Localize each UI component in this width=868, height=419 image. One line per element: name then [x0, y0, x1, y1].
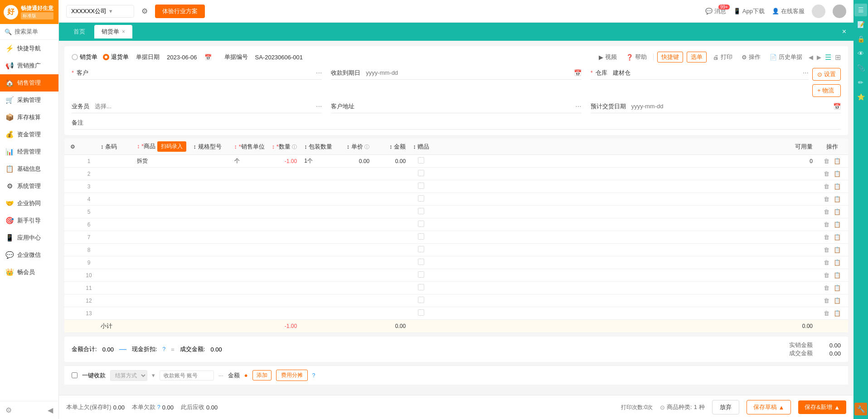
row-delete-icon[interactable]: 🗑 — [824, 310, 829, 317]
row-copy-icon[interactable]: 📋 — [834, 310, 841, 317]
row-price-cell[interactable] — [337, 294, 373, 307]
row-amount-cell[interactable] — [373, 206, 409, 218]
minus-icon[interactable]: — — [119, 345, 126, 353]
row-price-cell[interactable] — [337, 180, 373, 193]
row-copy-icon[interactable]: 📋 — [834, 221, 841, 228]
row-qty-cell[interactable] — [268, 218, 301, 231]
right-sidebar-attach-btn[interactable]: 📎 — [854, 62, 867, 74]
row-remark-cell[interactable] — [433, 206, 789, 218]
row-price-cell[interactable] — [337, 168, 373, 180]
row-delete-icon[interactable]: 🗑 — [824, 221, 829, 228]
row-remark-cell[interactable] — [433, 218, 789, 231]
form-settings-button[interactable]: ⊙ ⊙ 设置 设置 — [812, 68, 841, 81]
row-copy-icon[interactable]: 📋 — [834, 297, 841, 304]
sidebar-item-sales[interactable]: 🏠 销售管理 — [0, 74, 58, 92]
row-gift-cell[interactable] — [409, 155, 433, 168]
row-delete-icon[interactable]: 🗑 — [824, 246, 829, 253]
save-draft-button[interactable]: 保存草稿 ▲ — [747, 400, 791, 414]
row-barcode-cell[interactable] — [97, 256, 133, 269]
row-delete-icon[interactable]: 🗑 — [824, 196, 829, 202]
sidebar-item-wechat[interactable]: 💬 企业微信 — [0, 246, 58, 264]
gift-checkbox[interactable] — [418, 221, 424, 227]
row-qty-cell[interactable] — [268, 307, 301, 320]
col-unit-header[interactable]: ↕ *销售单位 — [231, 139, 268, 155]
row-barcode-cell[interactable] — [97, 168, 133, 180]
row-delete-icon[interactable]: 🗑 — [824, 297, 829, 304]
trial-button[interactable]: 体验行业方案 — [155, 5, 205, 18]
row-product-cell[interactable] — [133, 206, 190, 218]
row-amount-cell[interactable] — [373, 294, 409, 307]
row-qty-cell[interactable] — [268, 244, 301, 256]
row-gift-cell[interactable] — [409, 307, 433, 320]
salesperson-input[interactable] — [92, 101, 313, 111]
row-product-cell[interactable] — [133, 282, 190, 294]
row-pkg-cell[interactable] — [301, 168, 337, 180]
row-price-cell[interactable] — [337, 307, 373, 320]
expected-date-calendar-icon[interactable]: 📅 — [833, 103, 841, 110]
row-remark-cell[interactable] — [433, 168, 789, 180]
row-delete-icon[interactable]: 🗑 — [824, 272, 829, 279]
row-remark-cell[interactable] — [433, 256, 789, 269]
sidebar-collapse-icon[interactable]: ◀ — [48, 406, 53, 414]
row-product-cell[interactable] — [133, 180, 190, 193]
sidebar-item-finance[interactable]: 💰 资金管理 — [0, 126, 58, 143]
row-price-cell[interactable] — [337, 282, 373, 294]
row-spec-cell[interactable] — [190, 256, 231, 269]
row-amount-cell[interactable] — [373, 218, 409, 231]
qty-info-icon[interactable]: ⓘ — [292, 144, 297, 149]
row-unit-cell[interactable] — [231, 244, 268, 256]
row-barcode-cell[interactable] — [97, 193, 133, 206]
row-price-cell[interactable] — [337, 244, 373, 256]
row-delete-icon[interactable]: 🗑 — [824, 284, 829, 291]
account-more-icon[interactable]: ··· — [218, 372, 223, 379]
help-btn[interactable]: ❓ 帮助 — [623, 52, 650, 62]
row-spec-cell[interactable] — [190, 269, 231, 282]
row-barcode-cell[interactable] — [97, 180, 133, 193]
col-pkg-header[interactable]: ↕ 包装数量 — [301, 139, 337, 155]
row-gift-cell[interactable] — [409, 269, 433, 282]
col-qty-header[interactable]: ↕ *数量 ⓘ — [268, 139, 301, 155]
save-new-button[interactable]: 保存&新增 ▲ — [798, 400, 846, 414]
row-unit-cell[interactable] — [231, 168, 268, 180]
row-product-cell[interactable] — [133, 256, 190, 269]
row-qty-cell[interactable] — [268, 168, 301, 180]
sidebar-item-enterprise[interactable]: 🤝 企业协同 — [0, 195, 58, 212]
sidebar-item-system[interactable]: ⚙ 系统管理 — [0, 178, 58, 195]
row-product-cell[interactable]: 拆货 — [133, 155, 190, 168]
message-button[interactable]: 💬 消息 99+ — [705, 7, 726, 15]
tab-close-icon[interactable]: × — [122, 29, 125, 35]
row-price-cell[interactable] — [337, 231, 373, 244]
row-pkg-cell[interactable] — [301, 294, 337, 307]
row-pkg-cell[interactable] — [301, 206, 337, 218]
row-copy-icon[interactable]: 📋 — [834, 170, 841, 177]
row-unit-cell[interactable] — [231, 231, 268, 244]
warehouse-more-icon[interactable]: ··· — [803, 69, 809, 77]
row-amount-cell[interactable] — [373, 282, 409, 294]
notes-input[interactable] — [86, 118, 841, 127]
row-delete-icon[interactable]: 🗑 — [824, 158, 829, 164]
row-copy-icon[interactable]: 📋 — [834, 208, 841, 215]
nav-next-icon[interactable]: ▶ — [817, 54, 821, 61]
row-spec-cell[interactable] — [190, 206, 231, 218]
row-pkg-cell[interactable] — [301, 231, 337, 244]
row-unit-cell[interactable] — [231, 193, 268, 206]
discard-button[interactable]: 放弃 — [712, 400, 739, 414]
row-spec-cell[interactable] — [190, 180, 231, 193]
view-list-icon[interactable]: ☰ — [825, 53, 831, 62]
row-product-cell[interactable] — [133, 307, 190, 320]
row-pkg-cell[interactable] — [301, 180, 337, 193]
row-amount-cell[interactable] — [373, 168, 409, 180]
col-gift-header[interactable]: ↕ 赠品 — [409, 139, 433, 155]
sidebar-item-purchase[interactable]: 🛒 采购管理 — [0, 92, 58, 109]
row-amount-cell[interactable] — [373, 269, 409, 282]
row-gift-cell[interactable] — [409, 206, 433, 218]
row-remark-cell[interactable] — [433, 269, 789, 282]
warehouse-input[interactable] — [610, 68, 800, 77]
col-product-header[interactable]: ↕ *商品 扫码录入 — [133, 139, 190, 155]
row-qty-cell[interactable]: -1.00 — [268, 155, 301, 168]
account-input[interactable] — [160, 371, 214, 380]
gift-checkbox[interactable] — [418, 233, 424, 240]
row-qty-cell[interactable] — [268, 269, 301, 282]
gift-checkbox[interactable] — [418, 170, 424, 176]
payment-due-calendar-icon[interactable]: 📅 — [574, 69, 582, 77]
